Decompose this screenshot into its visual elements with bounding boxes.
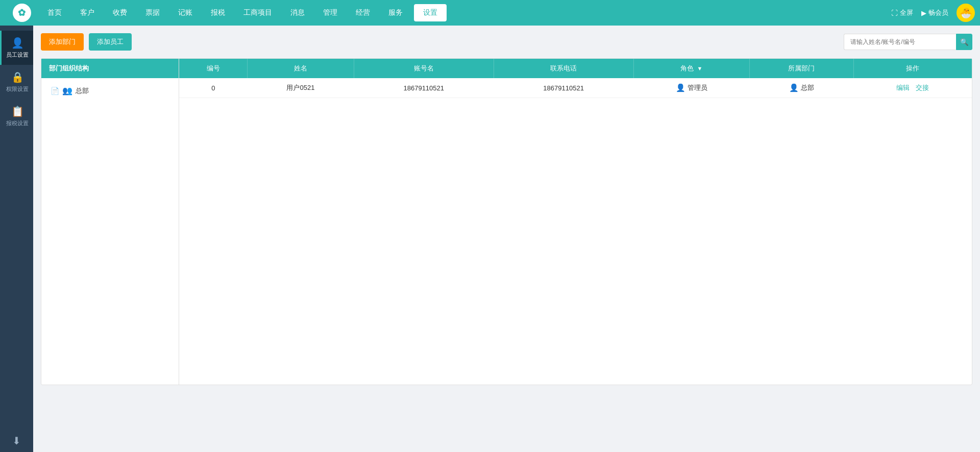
sidebar-item-employee-settings[interactable]: 👤 员工设置 (0, 31, 33, 65)
sidebar-item-label-tax: 报税设置 (6, 120, 29, 127)
role-value: 管理员 (688, 83, 707, 92)
employee-table: 编号 姓名 账号名 联系电话 角色 ▼ 所属部门 操作 0 (179, 59, 972, 385)
fullscreen-button[interactable]: ⛶ 全屏 (891, 8, 913, 17)
user-avatar[interactable]: 🐣 (957, 4, 975, 22)
dept-cell-content: 👤 总部 (755, 83, 847, 92)
nav-accounting[interactable]: 记账 (169, 0, 202, 26)
cell-actions: 编辑 交接 (853, 78, 972, 98)
dept-name-headquarters: 总部 (76, 86, 89, 96)
col-header-actions: 操作 (853, 59, 972, 78)
dept-user-icon: 👥 (62, 86, 72, 96)
top-navigation: ✿ 首页 客户 收费 票据 记账 报税 工商项目 消息 管理 经营 服务 设置 … (0, 0, 980, 26)
cell-phone: 18679110521 (494, 78, 633, 98)
search-button[interactable]: 🔍 (956, 34, 972, 50)
cell-name: 用户0521 (248, 78, 354, 98)
app-logo: ✿ (5, 4, 38, 22)
nav-fees[interactable]: 收费 (104, 0, 136, 26)
vip-label: 畅会员 (928, 8, 948, 17)
edit-action-link[interactable]: 编辑 (896, 84, 910, 91)
table-row: 0 用户0521 18679110521 18679110521 👤 管理员 (179, 78, 972, 98)
search-icon: 🔍 (960, 38, 969, 46)
content-layout: 部门组织结构 📄 👥 总部 编号 姓名 账号名 联系电话 (41, 58, 972, 385)
col-header-name: 姓名 (248, 59, 354, 78)
department-tree: 部门组织结构 📄 👥 总部 (41, 59, 179, 385)
add-dept-button[interactable]: 添加部门 (41, 33, 84, 51)
toolbar: 添加部门 添加员工 🔍 (41, 33, 972, 51)
role-filter-icon: ▼ (697, 65, 703, 72)
nav-home[interactable]: 首页 (38, 0, 71, 26)
nav-tax[interactable]: 报税 (202, 0, 234, 26)
sidebar-item-label-employee: 员工设置 (6, 51, 29, 59)
employees-table: 编号 姓名 账号名 联系电话 角色 ▼ 所属部门 操作 0 (179, 59, 972, 98)
employee-settings-icon: 👤 (11, 37, 24, 49)
col-header-role-label: 角色 (680, 64, 694, 72)
nav-management[interactable]: 管理 (314, 0, 347, 26)
nav-bizproject[interactable]: 工商项目 (234, 0, 281, 26)
nav-items: 首页 客户 收费 票据 记账 报税 工商项目 消息 管理 经营 服务 设置 (38, 0, 891, 26)
dept-tree-header: 部门组织结构 (41, 59, 179, 78)
dept-value: 总部 (801, 83, 814, 92)
dept-item-headquarters[interactable]: 📄 👥 总部 (46, 83, 174, 98)
nav-right-section: ⛶ 全屏 ▶ 畅会员 🐣 (891, 4, 975, 22)
logo-icon: ✿ (13, 4, 31, 22)
table-header-row: 编号 姓名 账号名 联系电话 角色 ▼ 所属部门 操作 (179, 59, 972, 78)
toolbar-right: 🔍 (844, 34, 972, 50)
sidebar-item-tax-settings[interactable]: 📋 报税设置 (0, 99, 33, 133)
nav-messages[interactable]: 消息 (281, 0, 314, 26)
role-cell-content: 👤 管理员 (640, 83, 743, 92)
search-input[interactable] (844, 34, 956, 50)
nav-settings[interactable]: 设置 (414, 4, 447, 21)
sidebar-item-permission-settings[interactable]: 🔒 权限设置 (0, 65, 33, 99)
add-employee-button[interactable]: 添加员工 (89, 33, 132, 51)
left-sidebar: 👤 员工设置 🔒 权限设置 📋 报税设置 ⬇ (0, 26, 33, 452)
col-header-dept: 所属部门 (749, 59, 853, 78)
permission-settings-icon: 🔒 (11, 71, 24, 83)
nav-operations[interactable]: 经营 (347, 0, 379, 26)
fullscreen-icon: ⛶ (891, 9, 898, 17)
dept-user-icon: 👤 (789, 83, 799, 92)
nav-customer[interactable]: 客户 (71, 0, 104, 26)
cell-dept: 👤 总部 (749, 78, 853, 98)
sidebar-bottom-icon[interactable]: ⬇ (12, 435, 21, 447)
col-header-phone: 联系电话 (494, 59, 633, 78)
col-header-account: 账号名 (354, 59, 494, 78)
main-content: 添加部门 添加员工 🔍 部门组织结构 📄 👥 总部 (33, 26, 980, 452)
fullscreen-label: 全屏 (900, 8, 913, 17)
dept-file-icon: 📄 (51, 87, 59, 95)
role-user-icon: 👤 (676, 83, 685, 92)
vip-button[interactable]: ▶ 畅会员 (921, 8, 948, 17)
dept-tree-body: 📄 👥 总部 (41, 78, 179, 385)
nav-bills[interactable]: 票据 (136, 0, 169, 26)
col-header-id: 编号 (179, 59, 248, 78)
col-header-role[interactable]: 角色 ▼ (633, 59, 749, 78)
cell-id: 0 (179, 78, 248, 98)
transfer-action-link[interactable]: 交接 (916, 84, 929, 91)
nav-service[interactable]: 服务 (379, 0, 412, 26)
cell-role: 👤 管理员 (633, 78, 749, 98)
tax-settings-icon: 📋 (11, 105, 24, 117)
vip-icon: ▶ (921, 9, 926, 17)
sidebar-item-label-permission: 权限设置 (6, 85, 29, 93)
sidebar-bottom: ⬇ (0, 435, 33, 447)
cell-account: 18679110521 (354, 78, 494, 98)
